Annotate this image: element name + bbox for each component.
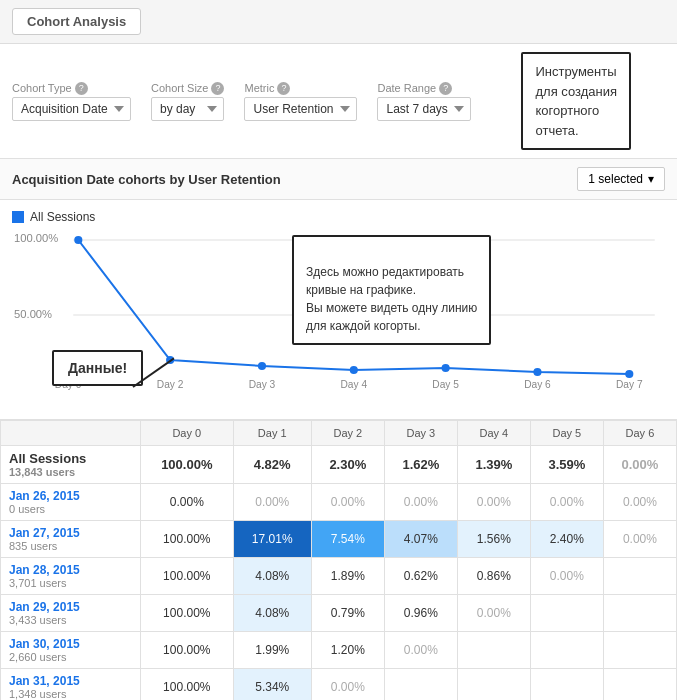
cohort-analysis-tab[interactable]: Cohort Analysis [12,8,141,35]
row-sublabel: 13,843 users [9,466,132,478]
table-cell: 0.00% [603,521,676,558]
table-row: Jan 29, 20153,433 users100.00%4.08%0.79%… [1,595,677,632]
legend-color-swatch [12,211,24,223]
table-cell: 4.07% [384,521,457,558]
svg-text:Day 3: Day 3 [249,379,276,390]
col-header-day3: Day 3 [384,421,457,446]
svg-text:Day 5: Day 5 [432,379,459,390]
row-sublabel: 0 users [9,503,132,515]
table-cell: 0.00% [233,484,311,521]
svg-text:100.00%: 100.00% [14,232,58,244]
row-sublabel: 2,660 users [9,651,132,663]
metric-select[interactable]: User Retention [244,97,357,121]
legend-label: All Sessions [30,210,95,224]
table-row: Jan 30, 20152,660 users100.00%1.99%1.20%… [1,632,677,669]
row-label-cell: Jan 29, 20153,433 users [1,595,141,632]
table-cell: 0.00% [141,484,234,521]
table-cell: 0.00% [530,484,603,521]
col-header-day6: Day 6 [603,421,676,446]
table-cell [457,632,530,669]
date-range-select[interactable]: Last 7 days [377,97,471,121]
table-cell [530,669,603,701]
table-cell: 1.56% [457,521,530,558]
col-header-day5: Day 5 [530,421,603,446]
row-title: All Sessions [9,451,132,466]
table-row: All Sessions13,843 users100.00%4.82%2.30… [1,446,677,484]
cohort-type-label: Cohort Type ? [12,82,131,95]
table-row: Jan 26, 20150 users0.00%0.00%0.00%0.00%0… [1,484,677,521]
svg-text:Day 7: Day 7 [616,379,643,390]
chart-legend: All Sessions [12,210,665,224]
table-cell [384,669,457,701]
table-cell: 0.00% [603,484,676,521]
row-label-cell: Jan 27, 2015835 users [1,521,141,558]
cohort-type-select[interactable]: Acquisition Date [12,97,131,121]
table-cell [530,595,603,632]
svg-text:Day 4: Day 4 [340,379,367,390]
col-header-day2: Day 2 [311,421,384,446]
metric-help-icon[interactable]: ? [277,82,290,95]
table-cell: 0.00% [384,484,457,521]
table-cell: 0.00% [457,484,530,521]
table-cell: 17.01% [233,521,311,558]
table-cell [603,595,676,632]
table-cell: 0.00% [311,484,384,521]
row-label-cell: Jan 26, 20150 users [1,484,141,521]
table-cell: 0.00% [457,595,530,632]
chart-dot-day3 [258,362,266,370]
edit-curves-tooltip: Здесь можно редактировать кривые на граф… [292,235,491,345]
row-label-cell: All Sessions13,843 users [1,446,141,484]
data-table-container: Day 0 Day 1 Day 2 Day 3 Day 4 Day 5 Day … [0,420,677,700]
table-cell: 4.08% [233,558,311,595]
chart-dot-day7 [625,370,633,378]
row-title: Jan 29, 2015 [9,600,132,614]
date-range-label: Date Range ? [377,82,471,95]
row-title: Jan 28, 2015 [9,563,132,577]
table-cell: 2.40% [530,521,603,558]
row-sublabel: 1,348 users [9,688,132,700]
table-cell [603,632,676,669]
chart-title: Acquisition Date cohorts by User Retenti… [12,172,281,187]
table-cell: 100.00% [141,521,234,558]
table-cell: 3.59% [530,446,603,484]
table-cell: 0.96% [384,595,457,632]
table-cell: 100.00% [141,595,234,632]
table-cell [457,669,530,701]
col-header-day1: Day 1 [233,421,311,446]
table-cell: 7.54% [311,521,384,558]
table-cell: 100.00% [141,632,234,669]
cohort-type-group: Cohort Type ? Acquisition Date [12,82,131,121]
cohort-type-help-icon[interactable]: ? [75,82,88,95]
table-cell: 4.08% [233,595,311,632]
table-cell: 2.30% [311,446,384,484]
col-header-day0: Day 0 [141,421,234,446]
row-title: Jan 27, 2015 [9,526,132,540]
table-cell: 5.34% [233,669,311,701]
table-cell [603,558,676,595]
chart-header: Acquisition Date cohorts by User Retenti… [0,159,677,200]
row-sublabel: 3,701 users [9,577,132,589]
row-label-cell: Jan 28, 20153,701 users [1,558,141,595]
table-cell: 1.20% [311,632,384,669]
table-cell: 100.00% [141,446,234,484]
cohort-size-help-icon[interactable]: ? [211,82,224,95]
chart-dot-day5 [442,364,450,372]
row-label-cell: Jan 31, 20151,348 users [1,669,141,701]
col-header-day4: Day 4 [457,421,530,446]
date-range-help-icon[interactable]: ? [439,82,452,95]
svg-text:Day 6: Day 6 [524,379,551,390]
table-cell: 0.86% [457,558,530,595]
table-row: Jan 27, 2015835 users100.00%17.01%7.54%4… [1,521,677,558]
table-row: Jan 28, 20153,701 users100.00%4.08%1.89%… [1,558,677,595]
chart-dot-day4 [350,366,358,374]
table-cell: 0.62% [384,558,457,595]
row-title: Jan 30, 2015 [9,637,132,651]
cohort-size-select[interactable]: by day [151,97,224,121]
metric-label: Metric ? [244,82,357,95]
cohort-table: Day 0 Day 1 Day 2 Day 3 Day 4 Day 5 Day … [0,420,677,700]
table-cell: 1.99% [233,632,311,669]
selected-button[interactable]: 1 selected ▾ [577,167,665,191]
col-header-label [1,421,141,446]
tools-tooltip: Инструменты для создания когортного отче… [521,52,631,150]
cohort-size-label: Cohort Size ? [151,82,224,95]
